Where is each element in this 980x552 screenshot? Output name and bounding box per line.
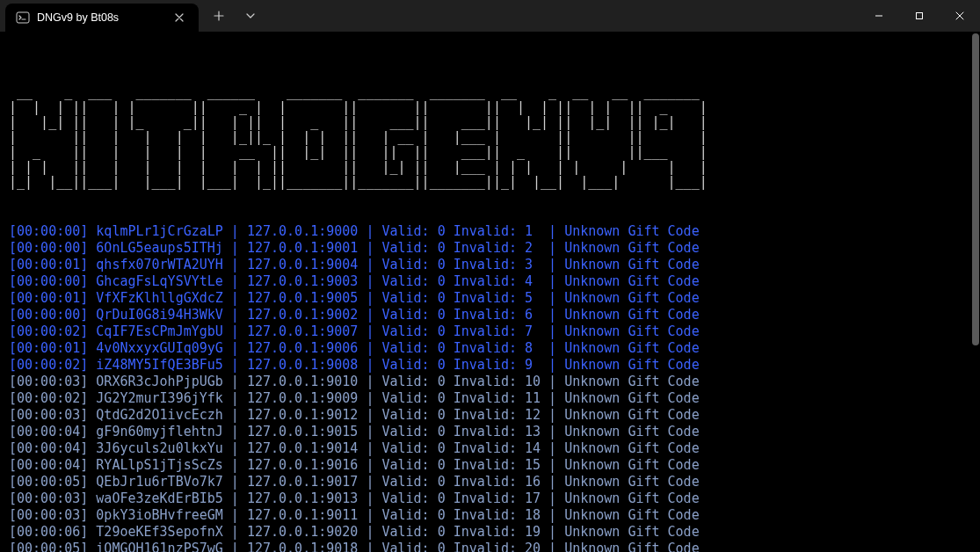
log-line: [00:00:02] CqIF7EsCPmJmYgbU | 127.0.0.1:… (9, 323, 971, 340)
log-line: [00:00:00] kqlmPLr1jCrGzaLP | 127.0.0.1:… (9, 223, 971, 240)
svg-rect-3 (917, 13, 923, 19)
log-line: [00:00:03] 0pkY3ioBHvfreeGM | 127.0.0.1:… (9, 507, 971, 524)
ascii-banner: __ _ ___ _______ ______ _______ _______ … (9, 70, 971, 190)
maximize-button[interactable] (899, 0, 940, 32)
log-line: [00:00:04] gF9n60myjflehtnJ | 127.0.0.1:… (9, 424, 971, 440)
log-line: [00:00:06] T29oeKEf3SepofnX | 127.0.0.1:… (9, 524, 971, 541)
log-line: [00:00:03] QtdG2d2O1ivcEczh | 127.0.0.1:… (9, 407, 971, 424)
vertical-scrollbar[interactable] (972, 33, 979, 345)
log-line: [00:00:05] iQMGOH161nzPS7wG | 127.0.0.1:… (9, 541, 971, 552)
tab-close-button[interactable] (172, 11, 186, 25)
tab-active[interactable]: DNGv9 by Bt08s (5, 4, 199, 32)
titlebar: DNGv9 by Bt08s (0, 0, 980, 32)
close-window-button[interactable] (940, 0, 980, 32)
log-line: [00:00:01] qhsfx070rWTA2UYH | 127.0.0.1:… (9, 257, 971, 273)
terminal-body[interactable]: __ _ ___ _______ ______ _______ _______ … (0, 32, 980, 552)
minimize-button[interactable] (859, 0, 899, 32)
log-output: [00:00:00] kqlmPLr1jCrGzaLP | 127.0.0.1:… (9, 223, 971, 552)
log-line: [00:00:00] 6OnLG5eaups5ITHj | 127.0.0.1:… (9, 240, 971, 257)
log-line: [00:00:04] 3J6yculs2u0lkxYu | 127.0.0.1:… (9, 440, 971, 457)
log-line: [00:00:03] waOFe3zeKdErBIb5 | 127.0.0.1:… (9, 490, 971, 507)
log-line: [00:00:00] QrDuI0G8i94H3WkV | 127.0.0.1:… (9, 307, 971, 323)
log-line: [00:00:02] iZ48MY5IfQE3BFu5 | 127.0.0.1:… (9, 357, 971, 374)
titlebar-drag-area[interactable] (271, 0, 859, 32)
log-line: [00:00:01] 4v0NxxyxGUIq09yG | 127.0.0.1:… (9, 340, 971, 357)
window-controls (859, 0, 980, 32)
log-line: [00:00:00] GhcagFsLqYSVYtLe | 127.0.0.1:… (9, 273, 971, 290)
tab-dropdown-button[interactable] (236, 4, 265, 28)
terminal-icon (16, 11, 30, 25)
svg-rect-0 (17, 12, 29, 23)
log-line: [00:00:02] JG2Y2murI396jYfk | 127.0.0.1:… (9, 390, 971, 407)
log-line: [00:00:05] QEbJr1u6rTBVo7k7 | 127.0.0.1:… (9, 474, 971, 490)
log-line: [00:00:04] RYALlpS1jTjsScZs | 127.0.0.1:… (9, 457, 971, 474)
log-line: [00:00:03] ORX6R3cJohPjpUGb | 127.0.0.1:… (9, 374, 971, 390)
tab-title: DNGv9 by Bt08s (37, 11, 165, 24)
tabbar-controls (199, 0, 271, 32)
new-tab-button[interactable] (204, 4, 234, 28)
log-line: [00:00:01] VfXFzKlhllgGXdcZ | 127.0.0.1:… (9, 290, 971, 307)
